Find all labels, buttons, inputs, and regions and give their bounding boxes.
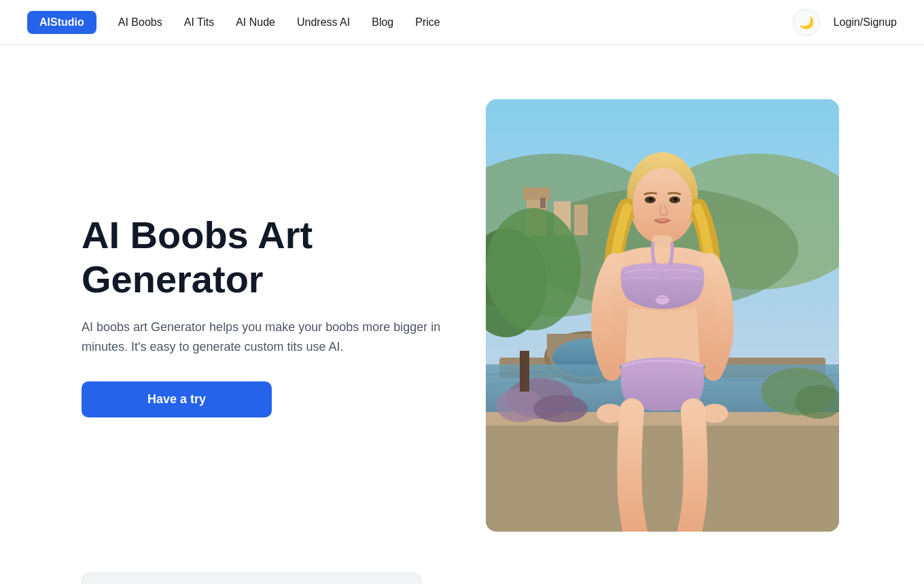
hero-right-image [482,99,842,532]
have-a-try-button[interactable]: Have a try [82,381,272,417]
svg-point-26 [633,168,692,241]
login-signup-button[interactable]: Login/Signup [834,16,897,29]
hero-left-content: AI Boobs Art Generator AI boobs art Gene… [82,213,442,417]
main-header: AIStudio AI Boobs AI Tits AI Nude Undres… [0,0,924,45]
nav-link-ai-nude[interactable]: AI Nude [236,16,275,29]
hero-description: AI boobs art Generator helps you make yo… [82,317,442,357]
logo-button[interactable]: AIStudio [27,11,96,34]
nav-right: 🌙 Login/Signup [793,9,897,36]
svg-rect-6 [540,198,546,208]
nav-link-ai-boobs[interactable]: AI Boobs [118,16,162,29]
hero-image [486,99,839,532]
nav-link-price[interactable]: Price [415,16,440,29]
nav-link-undress-ai[interactable]: Undress AI [297,16,350,29]
svg-rect-14 [486,412,839,532]
svg-point-22 [486,208,581,330]
hero-section: AI Boobs Art Generator AI boobs art Gene… [0,45,924,572]
nav-left: AIStudio AI Boobs AI Tits AI Nude Undres… [27,11,440,34]
theme-toggle-button[interactable]: 🌙 [793,9,820,36]
svg-rect-5 [523,188,550,200]
hero-illustration [486,99,839,532]
svg-rect-8 [574,205,588,235]
svg-point-29 [649,198,653,201]
nav-link-ai-tits[interactable]: AI Tits [184,16,214,29]
svg-rect-23 [520,351,529,392]
bottom-bar [0,572,924,584]
svg-point-32 [656,295,669,305]
svg-point-18 [533,395,588,422]
nav-link-blog[interactable]: Blog [372,16,393,29]
bottom-card [82,572,421,584]
hero-title: AI Boobs Art Generator [82,213,442,301]
svg-point-30 [673,198,677,201]
